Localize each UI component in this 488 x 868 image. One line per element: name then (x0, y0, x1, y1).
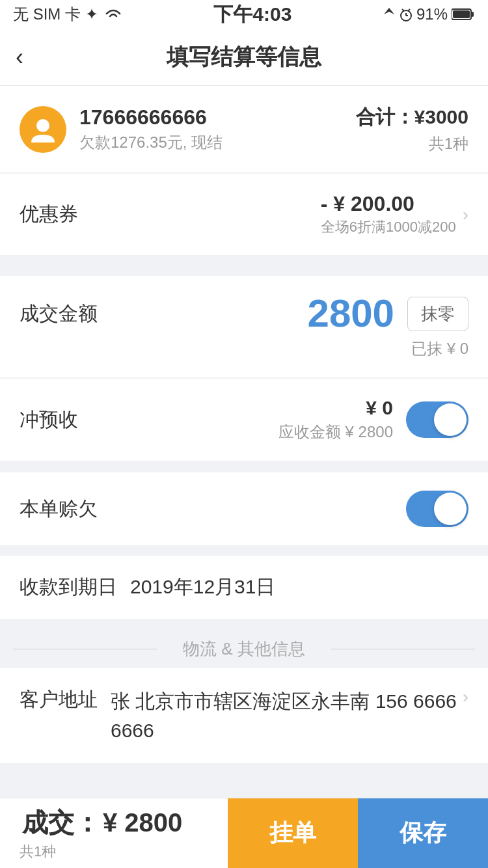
precollect-toggle[interactable] (406, 401, 468, 438)
address-section[interactable]: 客户地址 张 北京市市辖区海淀区永丰南 156 6666 6666 › (0, 668, 488, 763)
precollect-section: 冲预收 ¥ 0 应收金额 ¥ 2800 (0, 379, 488, 461)
wifi-icon (103, 7, 123, 21)
svg-point-9 (36, 119, 49, 132)
logistics-separator: 物流 & 其他信息 (0, 629, 488, 668)
battery-icon (452, 8, 475, 21)
writeoff-row: 本单赊欠 (20, 491, 468, 527)
total-count: 共1种 (356, 133, 468, 154)
writeoff-section: 本单赊欠 (0, 472, 488, 545)
address-chevron-icon: › (463, 686, 468, 707)
deal-amount-wrap: 2800 抹零 (308, 294, 468, 333)
address-label: 客户地址 (20, 686, 98, 713)
page-title: 填写结算等信息 (167, 42, 321, 72)
customer-card: 17666666666 欠款1276.35元, 现结 合计：¥3000 共1种 (0, 86, 488, 172)
battery-text: 91% (416, 5, 448, 23)
sep-line-right (331, 649, 475, 649)
bottom-count: 共1种 (20, 842, 208, 861)
order-summary: 合计：¥3000 共1种 (356, 104, 468, 154)
writeoff-toggle[interactable] (406, 491, 468, 527)
save-button[interactable]: 保存 (358, 798, 488, 869)
svg-marker-0 (384, 8, 394, 14)
deal-row: 成交金额 2800 抹零 (20, 294, 468, 333)
precollect-label: 冲预收 (20, 407, 78, 433)
writeoff-toggle-knob (434, 493, 467, 525)
svg-rect-8 (453, 10, 470, 18)
back-button[interactable]: ‹ (16, 44, 23, 71)
svg-line-4 (402, 9, 404, 11)
coupon-chevron-icon: › (463, 204, 468, 225)
deal-amount: 2800 (308, 294, 394, 333)
duedate-row: 收款到期日 2019年12月31日 (20, 574, 468, 601)
user-icon (27, 114, 59, 145)
bottom-summary: 成交：¥ 2800 共1种 (0, 805, 228, 861)
section-separator-2 (0, 462, 488, 472)
duedate-section: 收款到期日 2019年12月31日 (0, 556, 488, 619)
deal-label: 成交金额 (20, 301, 98, 327)
duedate-value: 2019年12月31日 (130, 574, 275, 601)
status-time: 下午4:03 (213, 1, 291, 28)
status-left: 无 SIM 卡 ✦ (13, 4, 123, 25)
location-icon (383, 7, 396, 22)
status-bar: 无 SIM 卡 ✦ 下午4:03 91% (0, 0, 488, 29)
user-phone: 17666666666 (79, 105, 223, 129)
svg-line-5 (408, 9, 410, 11)
coupon-desc: 全场6折满1000减200 (321, 217, 456, 237)
duedate-label: 收款到期日 (20, 574, 117, 601)
writeoff-label: 本单赊欠 (20, 496, 98, 522)
precollect-amount: ¥ 0 (278, 397, 393, 419)
precollect-sub: 应收金额 ¥ 2800 (278, 422, 393, 442)
round-zero-button[interactable]: 抹零 (407, 297, 468, 331)
address-value: 张 北京市市辖区海淀区永丰南 156 6666 6666 (111, 686, 463, 745)
customer-info-left: 17666666666 欠款1276.35元, 现结 (20, 105, 223, 153)
bottom-deal-amount: ¥ 2800 (103, 808, 182, 837)
nav-bar: ‹ 填写结算等信息 (0, 29, 488, 86)
alarm-icon (400, 7, 413, 22)
hold-order-button[interactable]: 挂单 (228, 798, 358, 869)
avatar (20, 106, 66, 153)
bottom-bar: 成交：¥ 2800 共1种 挂单 保存 (0, 798, 488, 868)
deal-sub-text: 已抹 ¥ 0 (20, 338, 468, 359)
svg-rect-7 (471, 12, 474, 17)
coupon-row[interactable]: 优惠券 - ¥ 200.00 全场6折满1000减200 › (0, 174, 488, 255)
bottom-deal-text: 成交：¥ 2800 (20, 805, 208, 841)
section-separator-1 (0, 265, 488, 276)
deal-section: 成交金额 2800 抹零 已抹 ¥ 0 (0, 276, 488, 377)
total-price: 合计：¥3000 (356, 104, 468, 131)
precollect-toggle-knob (434, 403, 467, 436)
address-row: 客户地址 张 北京市市辖区海淀区永丰南 156 6666 6666 › (20, 686, 468, 745)
coupon-amount: - ¥ 200.00 (321, 192, 456, 216)
precollect-right: ¥ 0 应收金额 ¥ 2800 (278, 397, 468, 442)
user-debt: 欠款1276.35元, 现结 (79, 132, 223, 153)
logistics-sep-text: 物流 & 其他信息 (183, 638, 305, 660)
status-right: 91% (383, 5, 475, 23)
precollect-row: 冲预收 ¥ 0 应收金额 ¥ 2800 (20, 397, 468, 442)
user-info: 17666666666 欠款1276.35元, 现结 (79, 105, 223, 153)
sep-line-left (13, 649, 157, 649)
sim-indicator: 无 SIM 卡 ✦ (13, 4, 98, 25)
coupon-label: 优惠券 (20, 201, 78, 228)
precollect-amount-wrap: ¥ 0 应收金额 ¥ 2800 (278, 397, 393, 442)
coupon-right: - ¥ 200.00 全场6折满1000减200 › (321, 192, 468, 237)
